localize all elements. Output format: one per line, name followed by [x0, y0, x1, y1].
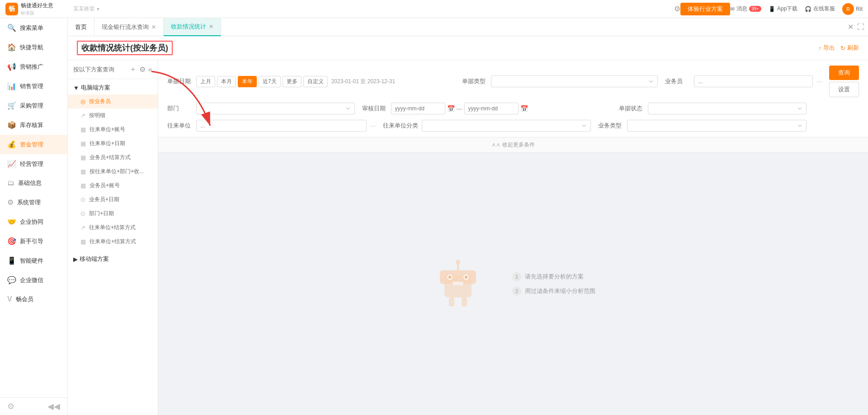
breadcrumb-chevron[interactable]: ▾: [97, 6, 99, 12]
sidebar-item-new-guide[interactable]: 🎯 新手引导: [0, 231, 67, 251]
sidebar-label-operations: 经营管理: [20, 160, 43, 168]
tab-expand-icon[interactable]: ⛶: [857, 23, 864, 31]
content-area: 首页 现金银行流水查询 ✕ 收款情况统计 ✕ ✕ ⛶ 收款情况统计(按业务员) …: [68, 18, 868, 415]
sidebar-label-sales: 销售管理: [20, 82, 43, 90]
sidebar-item-marketing[interactable]: 📢 营销推广: [0, 57, 67, 76]
dept-label: 部门: [167, 104, 193, 113]
filter-area: 单据日期 上月 本月 本年 近7天 更多 自定义 2023-01-01 至 20…: [158, 60, 868, 137]
scheme-item-staff-account[interactable]: ▦ 业务员+账号: [68, 179, 158, 193]
date-btn-custom[interactable]: 自定义: [303, 76, 328, 87]
export-button[interactable]: ↑ 导出: [819, 44, 835, 52]
message-area[interactable]: ✉ 消息 99+: [730, 5, 761, 13]
biz-type-select[interactable]: [627, 120, 807, 132]
date-btn-this-year[interactable]: 本年: [238, 76, 257, 87]
unit-dept-collect-label: 按往来单位+部门+收...: [90, 168, 144, 175]
sidebar-collapse-icon[interactable]: ◀◀: [47, 401, 60, 411]
tab-bank-flow[interactable]: 现金银行流水查询 ✕: [94, 18, 164, 36]
scheme-item-unit-date[interactable]: ▦ 往来单位+日期: [68, 137, 158, 151]
calendar-start-icon[interactable]: 📅: [447, 105, 455, 112]
quick-nav-icon: 🏠: [7, 43, 16, 52]
tab-close-all-icon[interactable]: ✕: [848, 23, 854, 31]
dept-select[interactable]: [196, 103, 355, 114]
counterpart-type-select[interactable]: [422, 120, 591, 132]
scheme-item-staff-date[interactable]: ⊙ 业务员+日期: [68, 193, 158, 207]
staff-more-icon[interactable]: ···: [816, 78, 822, 85]
sidebar-item-operations[interactable]: 📈 经营管理: [0, 154, 67, 174]
sidebar-item-smart-hw[interactable]: 📱 智能硬件: [0, 251, 67, 270]
tab-bank-flow-close[interactable]: ✕: [151, 24, 156, 30]
scheme-item-dept-date[interactable]: ⊙ 部门+日期: [68, 207, 158, 221]
sidebar-settings-icon[interactable]: ⚙: [7, 401, 14, 411]
tab-collection-stats[interactable]: 收款情况统计 ✕: [164, 18, 221, 36]
doc-type-select[interactable]: [491, 75, 658, 87]
left-panel-title: 按以下方案查询: [73, 66, 114, 74]
sidebar-item-vip[interactable]: V 畅会员: [0, 290, 67, 309]
refresh-button[interactable]: ↻ 刷新: [840, 44, 859, 52]
desktop-scheme-group-title[interactable]: ▼ 电脑端方案: [68, 81, 158, 94]
dept-date-label: 部门+日期: [89, 210, 114, 217]
sidebar-item-enterprise[interactable]: 🤝 企业协同: [0, 212, 67, 231]
header-settings-icon[interactable]: ⚙: [674, 5, 680, 13]
sidebar-item-warehouse[interactable]: 📦 库存核算: [0, 115, 67, 135]
sidebar-item-purchase[interactable]: 🛒 采购管理: [0, 96, 67, 115]
svg-rect-7: [449, 297, 454, 307]
sidebar-item-finance[interactable]: 💰 资金管理: [0, 135, 67, 154]
user-area[interactable]: R Rit: [842, 3, 863, 15]
date-filter-label: 单据日期: [167, 77, 193, 85]
date-btn-this-month[interactable]: 本月: [217, 76, 236, 87]
sidebar-label-basic-info: 基础信息: [18, 179, 42, 187]
message-label: 消息: [736, 5, 747, 13]
scheme-item-unit-payment1[interactable]: ↗ 往来单位+结算方式: [68, 221, 158, 235]
scheme-item-staff-payment[interactable]: ▦ 业务员+结算方式: [68, 151, 158, 165]
date-btn-more[interactable]: 更多: [283, 76, 302, 87]
tab-home[interactable]: 首页: [68, 18, 94, 36]
scheme-item-by-detail[interactable]: ↗ 按明细: [68, 108, 158, 123]
sidebar-item-search-menu[interactable]: 🔍 搜索菜单: [0, 18, 67, 38]
tab-collection-stats-close[interactable]: ✕: [209, 24, 213, 30]
staff-payment-icon: ▦: [80, 154, 86, 161]
user-avatar: R: [842, 3, 854, 15]
sidebar-item-enterprise-wechat[interactable]: 💬 企业微信: [0, 270, 67, 290]
doc-status-select[interactable]: [648, 103, 807, 114]
svg-point-5: [465, 276, 467, 278]
sys-admin-icon: ⚙: [7, 198, 14, 207]
sidebar-item-sys-admin[interactable]: ⚙ 系统管理: [0, 193, 67, 212]
review-date-end-input[interactable]: [464, 103, 519, 114]
calendar-end-icon[interactable]: 📅: [520, 105, 528, 112]
counterpart-type-label: 往来单位分类: [383, 122, 418, 130]
date-btn-7days[interactable]: 近7天: [259, 76, 281, 87]
mobile-scheme-group-title[interactable]: ▶ 移动端方案: [68, 252, 158, 266]
scheme-item-unit-payment2[interactable]: ▦ 往来单位+结算方式: [68, 235, 158, 249]
review-date-start-input[interactable]: [391, 103, 445, 114]
query-button[interactable]: 查询: [829, 66, 859, 80]
staff-input[interactable]: [694, 75, 813, 87]
unit-payment1-icon: ↗: [80, 224, 85, 231]
sidebar-item-sales[interactable]: 📊 销售管理: [0, 76, 67, 96]
scheme-item-unit-dept-collect[interactable]: ▦ 按往来单位+部门+收...: [68, 165, 158, 179]
sidebar-label-sys-admin: 系统管理: [17, 198, 41, 207]
date-btn-last-month[interactable]: 上月: [196, 76, 215, 87]
scheme-settings-icon[interactable]: ⚙: [139, 65, 146, 74]
collapse-panel-icon[interactable]: «: [148, 66, 152, 74]
date-dash: —: [457, 105, 462, 112]
by-detail-label: 按明细: [89, 112, 105, 119]
unit-account-icon: ▦: [80, 126, 86, 133]
settings-button[interactable]: 设置: [829, 82, 859, 97]
collapse-bar[interactable]: ∧∧ 收起更多条件: [158, 137, 868, 153]
sidebar-label-purchase: 采购管理: [20, 102, 43, 110]
online-service-label: 在线客服: [813, 5, 835, 13]
counterpart-input[interactable]: [196, 120, 367, 132]
breadcrumb-text: 某某账套: [73, 5, 95, 13]
add-scheme-icon[interactable]: ＋: [129, 65, 137, 74]
scheme-item-unit-account[interactable]: ▦ 往来单位+账号: [68, 123, 158, 137]
sidebar-item-quick-nav[interactable]: 🏠 快捷导航: [0, 38, 67, 57]
sidebar-item-basic-info[interactable]: 🗂 基础信息: [0, 174, 67, 193]
app-download-area[interactable]: 📱 App下载: [769, 5, 797, 13]
trial-button[interactable]: 体验行业方案: [680, 3, 730, 15]
mobile-group-label: 移动端方案: [80, 255, 109, 263]
sidebar-label-quick-nav: 快捷导航: [20, 43, 43, 52]
scheme-item-by-staff[interactable]: ◎ 按业务员: [68, 94, 158, 108]
online-service-area[interactable]: 🎧 在线客服: [805, 5, 835, 13]
unit-date-icon: ▦: [80, 140, 86, 147]
counterpart-more-icon[interactable]: ···: [370, 122, 376, 129]
